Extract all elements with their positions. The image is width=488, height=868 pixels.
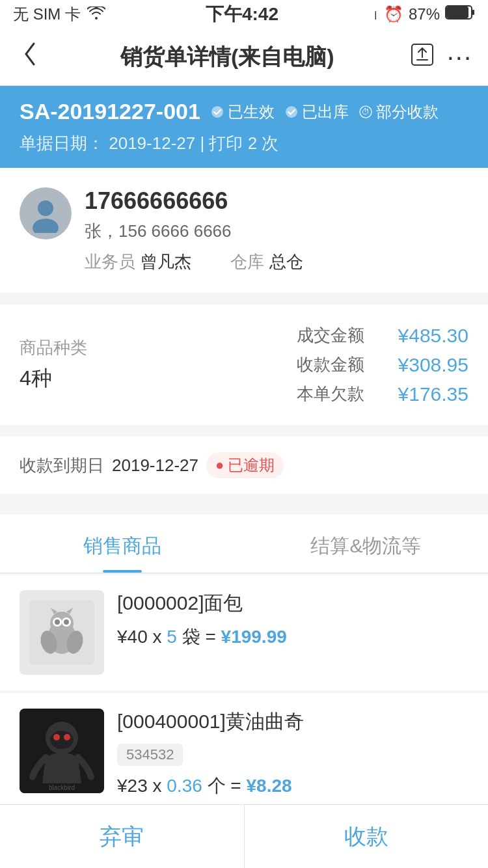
bread-total: ¥199.99 (221, 627, 287, 647)
warehouse-item: 仓库 总仓 (230, 251, 303, 273)
section-divider-3 (0, 504, 488, 515)
svg-point-16 (64, 619, 69, 625)
status-left: 无 SIM 卡 (13, 4, 105, 25)
more-icon[interactable]: ··· (447, 42, 472, 72)
avatar (20, 187, 72, 239)
customer-name: 张，156 6666 6666 (85, 220, 468, 243)
overdue-date: 2019-12-27 (112, 455, 198, 476)
warehouse-value: 总仓 (269, 251, 303, 273)
deal-row: 成交金额 ¥485.30 (297, 324, 468, 347)
svg-rect-1 (446, 7, 468, 18)
overdue-label: 收款到期日 (20, 454, 104, 477)
type-label: 商品种类 (20, 336, 87, 359)
section-divider-2 (0, 426, 488, 437)
svg-text:blackbird: blackbird (49, 784, 75, 791)
tab-settlement[interactable]: 结算&物流等 (244, 515, 488, 573)
svg-point-15 (55, 619, 60, 625)
customer-section: 17666666666 张，156 6666 6666 业务员 曾凡杰 仓库 总… (0, 168, 488, 293)
product-thumb-cookie: blackbird (20, 709, 104, 793)
product-info-bread: [0000002]面包 ¥40 x 5 袋 = ¥199.99 (117, 590, 468, 649)
warehouse-label: 仓库 (230, 251, 264, 273)
product-item-cookie: blackbird [000400001]黄油曲奇 534532 ¥23 x 0… (0, 693, 488, 814)
received-row: 收款金额 ¥308.95 (297, 353, 468, 376)
cookie-unit: 个 (208, 776, 226, 796)
bread-unit: 袋 (182, 627, 200, 647)
customer-meta: 业务员 曾凡杰 仓库 总仓 (85, 251, 468, 273)
order-date: 2019-12-27 (109, 133, 195, 153)
product-item-bread: [0000002]面包 ¥40 x 5 袋 = ¥199.99 (0, 575, 488, 690)
no-sim-text: 无 SIM 卡 (13, 4, 81, 25)
overdue-section: 收款到期日 2019-12-27 ● 已逾期 (0, 437, 488, 494)
order-header: SA-20191227-001 已生效 已出库 ⏱ 部分收款 单据日期： 201… (0, 86, 488, 168)
nav-bar: 销货单详情(来自电脑) ··· (0, 29, 488, 86)
product-name-cookie: [000400001]黄油曲奇 (117, 709, 468, 735)
bottom-bar: 弃审 收款 (0, 804, 488, 868)
customer-phone: 17666666666 (85, 187, 468, 215)
section-divider (0, 294, 488, 305)
page-title: 销货单详情(来自电脑) (44, 42, 411, 72)
svg-text:⏱: ⏱ (362, 107, 370, 116)
tabs-section: 销售商品 结算&物流等 (0, 515, 488, 573)
nav-actions: ··· (411, 42, 472, 72)
stats-left: 商品种类 4种 (20, 336, 87, 393)
salesman-label: 业务员 (85, 251, 135, 273)
cookie-price: ¥23 (117, 776, 148, 796)
battery-text: 87% (409, 5, 440, 23)
product-info-cookie: [000400001]黄油曲奇 534532 ¥23 x 0.36 个 = ¥8… (117, 709, 468, 798)
svg-point-4 (211, 106, 223, 118)
product-sku-cookie: 534532 (117, 744, 183, 766)
svg-point-26 (64, 734, 70, 740)
badge-shipped: 已出库 (285, 102, 349, 122)
svg-point-25 (53, 734, 60, 740)
customer-info: 17666666666 张，156 6666 6666 业务员 曾凡杰 仓库 总… (85, 187, 468, 273)
svg-point-5 (286, 106, 297, 118)
badge-effective: 已生效 (211, 102, 275, 122)
bread-price: ¥40 (117, 627, 148, 647)
product-name-bread: [0000002]面包 (117, 590, 468, 617)
received-value: ¥308.95 (377, 354, 468, 376)
badge-partial: ⏱ 部分收款 (359, 102, 439, 122)
stats-section: 商品种类 4种 成交金额 ¥485.30 收款金额 ¥308.95 本单欠款 ¥… (0, 305, 488, 425)
cancel-review-button[interactable]: 弃审 (0, 805, 245, 868)
product-price-cookie: ¥23 x 0.36 个 = ¥8.28 (117, 774, 468, 798)
status-right: ⃓ ⏰ 87% (379, 5, 475, 23)
salesman-item: 业务员 曾凡杰 (85, 251, 191, 273)
svg-point-8 (38, 200, 53, 216)
salesman-value: 曾凡杰 (141, 251, 191, 273)
print-info: | 打印 2 次 (200, 133, 278, 153)
overdue-dot-icon: ● (215, 457, 224, 474)
bread-qty: 5 (167, 627, 177, 647)
debt-value: ¥176.35 (377, 383, 468, 405)
svg-point-9 (33, 219, 59, 233)
cookie-qty: 0.36 (167, 776, 202, 796)
alarm-icon: ⏰ (384, 5, 403, 23)
tab-products[interactable]: 销售商品 (0, 515, 244, 573)
debt-label: 本单欠款 (297, 383, 364, 405)
product-thumb-bread (20, 590, 104, 675)
svg-point-24 (50, 731, 74, 749)
deal-value: ¥485.30 (377, 325, 468, 347)
debt-row: 本单欠款 ¥176.35 (297, 383, 468, 405)
share-icon[interactable] (411, 43, 434, 72)
order-date-row: 单据日期： 2019-12-27 | 打印 2 次 (20, 132, 468, 155)
collect-payment-button[interactable]: 收款 (245, 805, 489, 868)
overdue-badge: ● 已逾期 (206, 452, 284, 478)
type-value: 4种 (20, 364, 87, 393)
cookie-total: ¥8.28 (246, 776, 291, 796)
deal-label: 成交金额 (297, 324, 364, 347)
svg-rect-2 (472, 10, 474, 15)
status-time: 下午4:42 (206, 2, 278, 27)
stats-right: 成交金额 ¥485.30 收款金额 ¥308.95 本单欠款 ¥176.35 (297, 324, 468, 405)
status-bar: 无 SIM 卡 下午4:42 ⃓ ⏰ 87% (0, 0, 488, 29)
overdue-text: 已逾期 (228, 455, 275, 476)
received-label: 收款金额 (297, 353, 364, 376)
date-label: 单据日期： (20, 133, 104, 153)
battery-icon (445, 5, 475, 23)
order-id: SA-20191227-001 (20, 99, 200, 124)
product-price-bread: ¥40 x 5 袋 = ¥199.99 (117, 625, 468, 649)
wifi-icon (87, 5, 105, 23)
back-button[interactable] (16, 34, 44, 79)
